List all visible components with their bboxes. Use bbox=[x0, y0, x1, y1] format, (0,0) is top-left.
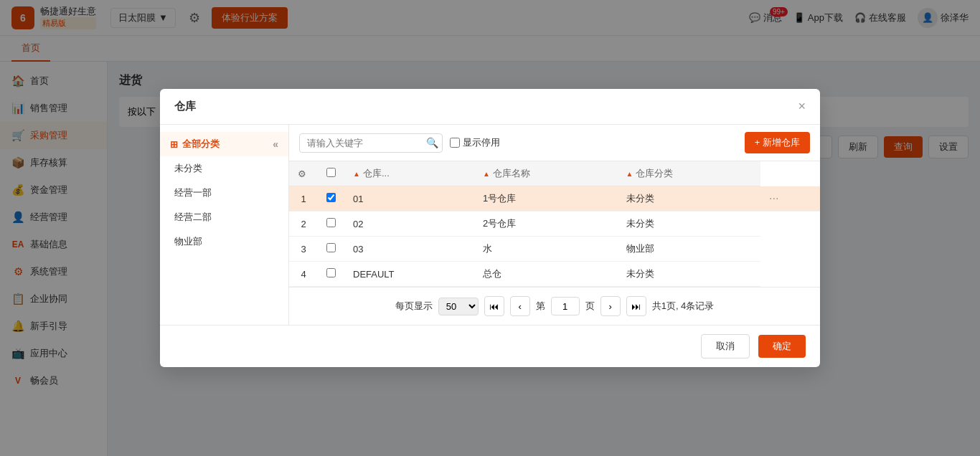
sort-icon-name: ▲ bbox=[483, 170, 490, 178]
row-checkbox[interactable] bbox=[326, 193, 336, 202]
row-checkbox[interactable] bbox=[326, 243, 336, 252]
search-input[interactable] bbox=[299, 133, 443, 153]
row-checkbox[interactable] bbox=[326, 268, 336, 277]
search-icon-button[interactable]: 🔍 bbox=[426, 137, 438, 148]
category-item-unclassified[interactable]: 未分类 bbox=[160, 156, 288, 181]
collapse-button[interactable]: « bbox=[273, 138, 278, 150]
first-page-button[interactable]: ⏮ bbox=[484, 296, 504, 316]
row-checkbox-cell bbox=[318, 212, 344, 237]
table-body: 1 01 1号仓库 未分类 ··· 2 02 2号仓库 未分类 3 03 水 物… bbox=[289, 186, 820, 287]
total-label: 共1页, 4条记录 bbox=[652, 300, 715, 313]
confirm-button[interactable]: 确定 bbox=[758, 335, 806, 358]
show-disabled-checkbox[interactable] bbox=[450, 138, 460, 148]
row-code: DEFAULT bbox=[344, 262, 474, 287]
row-category: 未分类 bbox=[618, 262, 761, 287]
row-name: 2号仓库 bbox=[474, 212, 618, 237]
table-row[interactable]: 1 01 1号仓库 未分类 ··· bbox=[289, 186, 820, 212]
sort-icon-cat: ▲ bbox=[626, 170, 633, 178]
table-row[interactable]: 4 DEFAULT 总仓 未分类 bbox=[289, 262, 820, 287]
search-input-wrap: 🔍 bbox=[299, 133, 443, 153]
row-category: 未分类 bbox=[618, 212, 761, 237]
th-checkbox bbox=[318, 161, 344, 186]
table-row[interactable]: 3 03 水 物业部 bbox=[289, 237, 820, 262]
row-num: 2 bbox=[289, 212, 318, 237]
row-checkbox-cell bbox=[318, 186, 344, 212]
select-all-checkbox[interactable] bbox=[326, 168, 336, 177]
last-page-button[interactable]: ⏭ bbox=[626, 296, 646, 316]
row-checkbox-cell bbox=[318, 237, 344, 262]
page-input[interactable] bbox=[551, 297, 580, 315]
modal-close-button[interactable]: × bbox=[798, 99, 806, 114]
grid-icon: ⊞ bbox=[170, 139, 178, 150]
table-head: ⚙ ▲ 仓库... ▲ 仓库名称 bbox=[289, 161, 820, 186]
modal-title: 仓库 bbox=[174, 100, 196, 113]
row-code: 01 bbox=[344, 186, 474, 212]
modal-body: ⊞ 全部分类 « 未分类 经营一部 经营二部 物业部 🔍 bbox=[160, 125, 820, 325]
row-name: 总仓 bbox=[474, 262, 618, 287]
prev-page-button[interactable]: ‹ bbox=[510, 296, 530, 316]
row-checkbox[interactable] bbox=[326, 218, 336, 227]
row-checkbox-cell bbox=[318, 262, 344, 287]
table-toolbar: 🔍 显示停用 + 新增仓库 bbox=[289, 125, 820, 161]
next-page-button[interactable]: › bbox=[600, 296, 621, 316]
show-disabled-label[interactable]: 显示停用 bbox=[450, 136, 500, 149]
category-item-operation1[interactable]: 经营一部 bbox=[160, 181, 288, 205]
sort-icon: ▲ bbox=[353, 170, 360, 178]
all-categories-label: 全部分类 bbox=[182, 138, 220, 151]
modal-footer: 取消 确定 bbox=[160, 325, 820, 367]
category-all-header[interactable]: ⊞ 全部分类 « bbox=[160, 132, 288, 156]
row-code: 02 bbox=[344, 212, 474, 237]
th-settings: ⚙ bbox=[289, 161, 318, 186]
page-label-before: 第 bbox=[536, 300, 545, 313]
category-item-operation2[interactable]: 经营二部 bbox=[160, 205, 288, 229]
pagination-bar: 每页显示 50 20 100 ⏮ ‹ 第 页 › ⏭ 共1页, 4条记录 bbox=[289, 287, 820, 325]
row-num: 1 bbox=[289, 186, 318, 212]
row-num: 3 bbox=[289, 237, 318, 262]
per-page-select[interactable]: 50 20 100 bbox=[438, 298, 479, 315]
page-label: 页 bbox=[585, 300, 595, 313]
add-warehouse-button[interactable]: + 新增仓库 bbox=[745, 132, 810, 153]
row-category: 物业部 bbox=[618, 237, 761, 262]
th-category: ▲ 仓库分类 bbox=[618, 161, 761, 186]
row-num: 4 bbox=[289, 262, 318, 287]
row-actions: ··· bbox=[760, 186, 820, 212]
th-name: ▲ 仓库名称 bbox=[474, 161, 618, 186]
row-name: 1号仓库 bbox=[474, 186, 618, 212]
row-name: 水 bbox=[474, 237, 618, 262]
row-more-button[interactable]: ··· bbox=[769, 192, 778, 205]
table-header-row: ⚙ ▲ 仓库... ▲ 仓库名称 bbox=[289, 161, 820, 186]
table-container: ⚙ ▲ 仓库... ▲ 仓库名称 bbox=[289, 161, 820, 287]
category-panel: ⊞ 全部分类 « 未分类 经营一部 经营二部 物业部 bbox=[160, 125, 289, 325]
th-code: ▲ 仓库... bbox=[344, 161, 474, 186]
category-item-property[interactable]: 物业部 bbox=[160, 229, 288, 254]
warehouse-modal: 仓库 × ⊞ 全部分类 « 未分类 经营一部 经营二部 物业部 bbox=[160, 89, 820, 367]
row-code: 03 bbox=[344, 237, 474, 262]
table-panel: 🔍 显示停用 + 新增仓库 ⚙ bbox=[289, 125, 820, 325]
modal-header: 仓库 × bbox=[160, 89, 820, 125]
warehouse-table: ⚙ ▲ 仓库... ▲ 仓库名称 bbox=[289, 161, 820, 287]
row-category: 未分类 bbox=[618, 186, 761, 212]
cancel-button[interactable]: 取消 bbox=[701, 334, 750, 358]
per-page-label: 每页显示 bbox=[395, 300, 433, 313]
table-row[interactable]: 2 02 2号仓库 未分类 bbox=[289, 212, 820, 237]
